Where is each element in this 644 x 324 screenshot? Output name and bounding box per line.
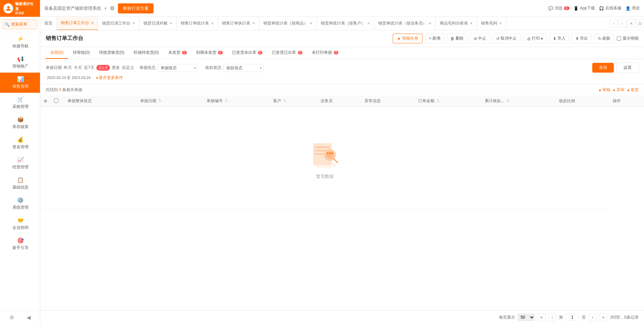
subtab-unshipped[interactable]: 未发货 0	[164, 47, 191, 59]
col-date-header[interactable]: 单据日期 ⇅	[137, 95, 203, 107]
cancel-stop-button[interactable]: ↺ 取消中止	[492, 34, 520, 43]
tab-sales-profit[interactable]: 销售毛利 ✕	[477, 17, 506, 30]
ship-action-btn[interactable]: ● 发货	[627, 87, 639, 93]
topbar-settings-icon[interactable]: ⚙	[110, 5, 115, 11]
basic-icon: 📋	[17, 177, 24, 183]
page-first-button[interactable]: «	[538, 313, 546, 321]
result-count: 0	[59, 87, 61, 92]
cancel-review-action-btn[interactable]: ● 弃审	[613, 87, 625, 93]
col-collected-header[interactable]: 累计收款... ⇅	[481, 95, 556, 107]
sidebar-item-purchase[interactable]: 🛒 采购管理	[0, 93, 40, 113]
sidebar-item-label: 采购管理	[12, 104, 29, 110]
tab-sales-summary-product[interactable]: 销货单统计表（按商品） ✕	[259, 17, 317, 30]
tab-close-icon[interactable]: ✕	[429, 22, 431, 25]
sidebar-item-operation[interactable]: 📈 经营管理	[0, 153, 40, 173]
date-link-more[interactable]: 更多	[112, 65, 120, 71]
tab-cash-reconcile[interactable]: 钱货日清对账 ✕	[139, 17, 177, 30]
settings-bottom-icon[interactable]: ⚙	[9, 314, 14, 321]
tab-sales-stats[interactable]: 销售订单统计表 ✕	[177, 17, 218, 30]
number-sort-icon: ⇅	[225, 98, 228, 103]
add-button[interactable]: + 新增	[425, 34, 444, 43]
tab-sales-workbench[interactable]: 销售订单工作台 ✕	[57, 17, 98, 30]
page-number-input[interactable]	[566, 314, 579, 321]
sidebar-item-basic[interactable]: 📋 基础信息	[0, 173, 40, 194]
subtab-pending-inspect[interactable]: 待拣货验货(0)	[94, 47, 129, 59]
review-action-btn[interactable]: ● 审核	[599, 87, 610, 93]
stop-button[interactable]: ⊘ 中止	[470, 34, 490, 43]
sidebar-item-guide[interactable]: 🎯 新手引导	[0, 234, 40, 254]
online-service-action[interactable]: 🎧 在线客服	[599, 5, 621, 11]
tab-close-icon[interactable]: ✕	[170, 22, 172, 25]
set-button[interactable]: 设置	[616, 63, 639, 73]
tab-close-icon[interactable]: ✕	[252, 22, 255, 25]
payment-select[interactable]: 收款状态	[223, 64, 264, 72]
tab-close-icon[interactable]: ✕	[91, 21, 94, 25]
tab-close-icon[interactable]: ✕	[470, 22, 473, 25]
tab-close-icon[interactable]: ✕	[367, 22, 370, 25]
col-staff-header[interactable]: 业务员	[317, 95, 361, 107]
app-download-action[interactable]: 📱 App下载	[573, 5, 595, 11]
tab-close-icon[interactable]: ✕	[132, 22, 135, 25]
collapse-sidebar-icon[interactable]: ◀	[27, 314, 31, 321]
tab-cash-daily[interactable]: 钱货日清工作台 ✕	[98, 17, 139, 30]
date-link-yesterday[interactable]: 昨天	[64, 65, 72, 71]
tab-product-margin[interactable]: 商品毛利分析表 ✕	[436, 17, 477, 30]
tab-sales-summary-staff[interactable]: 销货单统计表（按业务员） ✕	[374, 17, 436, 30]
page-last-button[interactable]: »	[599, 313, 607, 321]
tab-scroll-left-icon[interactable]: ‹	[610, 19, 618, 28]
date-link-today[interactable]: 今天	[74, 65, 82, 71]
expand-conditions-button[interactable]: ▾ 展开更多条件	[96, 75, 123, 81]
col-customer-header[interactable]: 客户 ⇅	[270, 95, 317, 107]
page-next-button[interactable]: ›	[589, 313, 597, 321]
tab-sales-exec[interactable]: 销售订单执行表 ✕	[218, 17, 259, 30]
subtab-unprinted[interactable]: 未打印单据 0	[307, 47, 343, 59]
tab-close-icon[interactable]: ✕	[499, 22, 502, 25]
export-button[interactable]: ⬆ 导出	[572, 34, 592, 43]
message-action[interactable]: 💬 消息 6	[548, 5, 569, 11]
sidebar-item-inventory[interactable]: 📦 库存核算	[0, 113, 40, 133]
subtab-all[interactable]: 全部(0)	[46, 47, 68, 59]
tab-close-icon[interactable]: ✕	[310, 22, 312, 25]
subtab-wangpu[interactable]: 旺铺待发货(0)	[129, 47, 164, 59]
search-menu-button[interactable]: 🔍 搜索菜单	[3, 19, 37, 29]
expand-icon: ▾	[96, 76, 98, 80]
sidebar-item-marketing[interactable]: 📢 营销推广	[0, 52, 40, 73]
subtab-shipped-out[interactable]: 已发货已出库 0	[267, 47, 307, 59]
user-action[interactable]: 👤 用友	[626, 5, 640, 11]
print-button[interactable]: 🖨 打印 ▾	[523, 34, 547, 43]
show-detail-checkbox[interactable]	[617, 36, 621, 41]
industry-btn[interactable]: 体验行业方案	[118, 3, 154, 13]
tab-sales-summary-customer[interactable]: 销货单统计表（按客户） ✕	[317, 17, 374, 30]
import-button[interactable]: ⬇ 导入	[549, 34, 569, 43]
date-link-1month[interactable]: 近1月	[96, 65, 110, 71]
date-link-custom[interactable]: 自定义	[122, 65, 134, 71]
subtab-overdue[interactable]: 到期未发货 0	[191, 47, 227, 59]
smart-generate-button[interactable]: ★ 智能生单	[393, 34, 423, 43]
sidebar-item-cooperation[interactable]: 🤝 企业协同	[0, 214, 40, 234]
page-size-select[interactable]: 50 10 20 100	[518, 314, 535, 321]
page-prev-button[interactable]: ‹	[548, 313, 556, 321]
sidebar-nav: ⚡ 快捷导航 📢 营销推广 📊 销售管理 🛒 采购管理 📦 库存核算 💰 资金管…	[0, 32, 40, 311]
delete-button[interactable]: 🗑 删除	[447, 34, 467, 43]
col-number-header[interactable]: 单据编号 ⇅	[203, 95, 270, 107]
sidebar-item-finance[interactable]: 💰 资金管理	[0, 133, 40, 153]
subtab-pending-review[interactable]: 待审核(0)	[68, 47, 95, 59]
col-settings[interactable]: ⚙	[40, 95, 51, 107]
sidebar-item-quick-nav[interactable]: ⚡ 快捷导航	[0, 32, 40, 52]
date-link-7days[interactable]: 近7天	[84, 65, 94, 71]
col-amount-header[interactable]: 订单金额 ⇅	[415, 95, 481, 107]
sidebar-item-system[interactable]: ⚙️ 系统管理	[0, 194, 40, 214]
tab-close-icon[interactable]: ✕	[211, 22, 214, 25]
query-button[interactable]: 查询	[592, 63, 614, 73]
sidebar-item-sales[interactable]: 📊 销售管理	[0, 73, 40, 93]
tab-close-all-icon[interactable]: ✕	[627, 19, 635, 28]
quick-nav-icon: ⚡	[17, 36, 24, 42]
table-body: 暂无数据	[40, 107, 644, 209]
select-all-checkbox[interactable]	[54, 98, 58, 103]
refresh-button[interactable]: ↻ 刷新	[594, 34, 614, 43]
tab-scroll-right-icon[interactable]: ›	[618, 19, 627, 28]
tab-home[interactable]: 首页	[40, 17, 57, 30]
subtab-shipped-no-out[interactable]: 已发货未出库 0	[227, 47, 267, 59]
status-select[interactable]: 单据状态	[158, 64, 198, 72]
tab-expand-icon[interactable]: ⊡	[636, 19, 644, 28]
